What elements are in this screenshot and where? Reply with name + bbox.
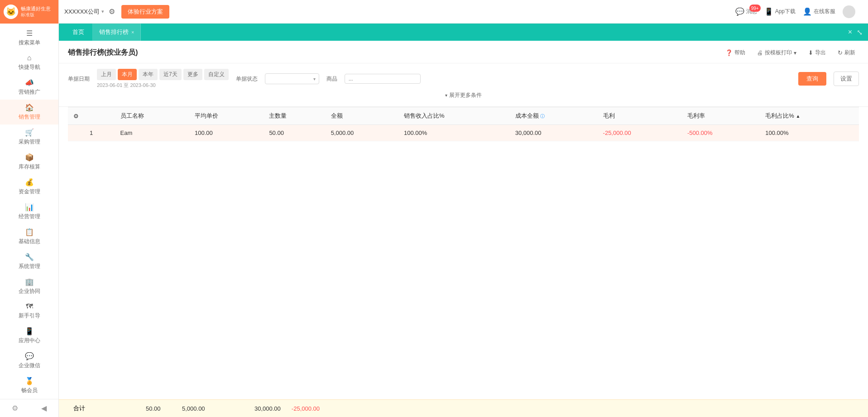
- sidebar-item-wechat[interactable]: 💬 企业微信: [0, 348, 58, 373]
- goods-filter-input[interactable]: [349, 76, 417, 82]
- tab-sales-ranking[interactable]: 销售排行榜 ×: [93, 24, 141, 41]
- message-btn[interactable]: 💬 消息 99+: [735, 7, 757, 16]
- settings-btn[interactable]: 设置: [834, 72, 859, 86]
- topbar-settings-icon[interactable]: ⚙: [109, 7, 115, 16]
- table-footer: 合计 50.00 5,000.00 30,000.00 -25,000.00: [59, 399, 868, 417]
- tab-home[interactable]: 首页: [64, 24, 93, 41]
- sidebar-logo: 🐱 畅康通好生意 标准版: [0, 0, 58, 24]
- logo-icon: 🐱: [4, 5, 18, 19]
- date-btn-this-year[interactable]: 本年: [139, 69, 158, 80]
- sidebar-nav: ☰ 搜索菜单 ⌂ 快捷导航 📣 营销推广 🏠 销售管理 🛒 采购管理 📦 库存核…: [0, 24, 58, 399]
- filter-row: 单据日期 上月 本月 本年 近7天 更多 自定义 2023-06-01 至 20…: [68, 69, 859, 89]
- tab-sales-ranking-label: 销售排行榜: [99, 28, 129, 36]
- sidebar-item-sales[interactable]: 🏠 销售管理: [0, 100, 58, 125]
- date-btn-7days[interactable]: 近7天: [159, 69, 182, 80]
- app-download-label: App下载: [775, 8, 796, 15]
- sidebar-item-funds-label: 资金管理: [19, 188, 40, 196]
- footer-gross: -25,000.00: [286, 405, 325, 412]
- query-btn[interactable]: 查询: [798, 72, 826, 86]
- th-sales-pct: 销售收入占比%: [398, 107, 510, 125]
- date-btn-last-month[interactable]: 上月: [97, 69, 116, 80]
- date-btn-custom[interactable]: 自定义: [204, 69, 229, 80]
- refresh-btn[interactable]: ↻ 刷新: [834, 47, 859, 58]
- data-table: ⚙ 员工名称 平均单价 主数量 全额 销售收入占比% 成本全额 ⓘ 毛利 毛利率…: [68, 107, 859, 141]
- date-btn-more[interactable]: 更多: [183, 69, 202, 80]
- page-actions: ❓ 帮助 🖨 按模板打印 ▾ ⬇ 导出 ↻ 刷新: [722, 47, 859, 58]
- sidebar-item-wechat-label: 企业微信: [19, 362, 40, 369]
- table-body: 1Eam100.0050.005,000.00100.00%30,000.00-…: [68, 125, 859, 141]
- avatar[interactable]: [843, 5, 855, 18]
- cell-cost: 30,000.00: [510, 125, 598, 141]
- sidebar-item-system[interactable]: 🔧 系统管理: [0, 249, 58, 274]
- sidebar-item-inventory[interactable]: 📦 库存核算: [0, 149, 58, 174]
- topbar: XXXXXX公司 ▾ ⚙ 体验行业方案 💬 消息 99+ 📱 App下载 👤 在…: [59, 0, 868, 24]
- th-avg-price: 平均单价: [189, 107, 264, 125]
- sidebar-item-search-label: 搜索菜单: [19, 39, 40, 47]
- trial-btn[interactable]: 体验行业方案: [121, 5, 169, 19]
- online-service-icon: 👤: [803, 7, 812, 16]
- settings-footer-btn[interactable]: ⚙: [12, 404, 18, 412]
- sidebar-item-operations[interactable]: 📊 经营管理: [0, 199, 58, 224]
- sidebar-item-enterprise[interactable]: 🏢 企业协同: [0, 274, 58, 299]
- resize-btn[interactable]: ⤡: [857, 28, 863, 37]
- sidebar-item-nav[interactable]: ⌂ 快捷导航: [0, 50, 58, 75]
- date-range-display: 2023-06-01 至 2023-06-30: [97, 82, 229, 89]
- cell-name: Eam: [115, 125, 189, 141]
- sidebar-item-funds[interactable]: 💰 资金管理: [0, 174, 58, 199]
- refresh-icon: ↻: [838, 49, 843, 56]
- sidebar-item-search[interactable]: ☰ 搜索菜单: [0, 25, 58, 50]
- guide-icon: 🗺: [26, 302, 33, 311]
- sidebar-item-inventory-label: 库存核算: [19, 163, 40, 171]
- help-btn[interactable]: ❓ 帮助: [722, 47, 749, 58]
- sidebar-item-member[interactable]: 🏅 畅会员: [0, 373, 58, 398]
- sidebar-item-basic[interactable]: 📋 基础信息: [0, 224, 58, 249]
- tabbar-right: × ⤡: [848, 28, 863, 37]
- sales-icon: 🏠: [25, 103, 34, 112]
- footer-label: 合计: [68, 404, 104, 412]
- company-selector[interactable]: XXXXXX公司 ▾: [64, 8, 104, 16]
- close-window-btn[interactable]: ×: [848, 28, 852, 36]
- online-service-btn[interactable]: 👤 在线客服: [803, 7, 835, 16]
- status-select[interactable]: [265, 73, 319, 84]
- cell-amount: 5,000.00: [326, 125, 398, 141]
- appstore-icon: 📱: [25, 327, 34, 336]
- print-btn[interactable]: 🖨 按模板打印 ▾: [753, 47, 800, 58]
- table-row: 1Eam100.0050.005,000.00100.00%30,000.00-…: [68, 125, 859, 141]
- message-badge: 99+: [749, 5, 761, 12]
- search-icon: ☰: [26, 29, 33, 38]
- cell-qty: 50.00: [264, 125, 325, 141]
- marketing-icon: 📣: [25, 78, 34, 87]
- tabbar: 首页 销售排行榜 × × ⤡: [59, 24, 868, 41]
- date-btn-this-month[interactable]: 本月: [118, 69, 137, 80]
- cell-gross: -25,000.00: [598, 125, 682, 141]
- th-rank: [84, 107, 115, 125]
- logo-title: 畅康通好生意: [21, 5, 51, 12]
- sidebar-item-operations-label: 经营管理: [19, 213, 40, 220]
- collapse-footer-btn[interactable]: ◀: [41, 404, 47, 412]
- sidebar-item-guide[interactable]: 🗺 新手引导: [0, 299, 58, 323]
- sidebar-item-system-label: 系统管理: [19, 263, 40, 270]
- sidebar-item-enterprise-label: 企业协同: [19, 288, 40, 295]
- content-area: 销售排行榜(按业务员) ❓ 帮助 🖨 按模板打印 ▾ ⬇ 导出 ↻ 刷新: [59, 41, 868, 417]
- sidebar-item-appstore[interactable]: 📱 应用中心: [0, 323, 58, 348]
- sidebar-footer: ⚙ ◀: [0, 399, 58, 417]
- enterprise-icon: 🏢: [25, 278, 34, 286]
- system-icon: 🔧: [25, 253, 34, 261]
- filter-area: 单据日期 上月 本月 本年 近7天 更多 自定义 2023-06-01 至 20…: [59, 63, 868, 107]
- tab-close-btn[interactable]: ×: [131, 29, 134, 35]
- app-download-btn[interactable]: 📱 App下载: [764, 7, 796, 16]
- sidebar-item-member-label: 畅会员: [21, 387, 38, 394]
- home-icon: ⌂: [27, 54, 32, 62]
- export-icon: ⬇: [808, 49, 813, 56]
- cell-settings: [68, 125, 84, 141]
- th-cost: 成本全额 ⓘ: [510, 107, 598, 125]
- sidebar-item-guide-label: 新手引导: [19, 312, 40, 320]
- cell-gross-pct: 100.00%: [760, 125, 859, 141]
- sidebar-item-purchase[interactable]: 🛒 采购管理: [0, 125, 58, 149]
- main-area: XXXXXX公司 ▾ ⚙ 体验行业方案 💬 消息 99+ 📱 App下载 👤 在…: [59, 0, 868, 417]
- logo-subtitle: 标准版: [21, 12, 51, 18]
- export-btn[interactable]: ⬇ 导出: [805, 47, 830, 58]
- expand-filter-btn[interactable]: ▾ 展开更多条件: [445, 91, 482, 99]
- sidebar-item-marketing[interactable]: 📣 营销推广: [0, 75, 58, 100]
- page-header: 销售排行榜(按业务员) ❓ 帮助 🖨 按模板打印 ▾ ⬇ 导出 ↻ 刷新: [59, 41, 868, 63]
